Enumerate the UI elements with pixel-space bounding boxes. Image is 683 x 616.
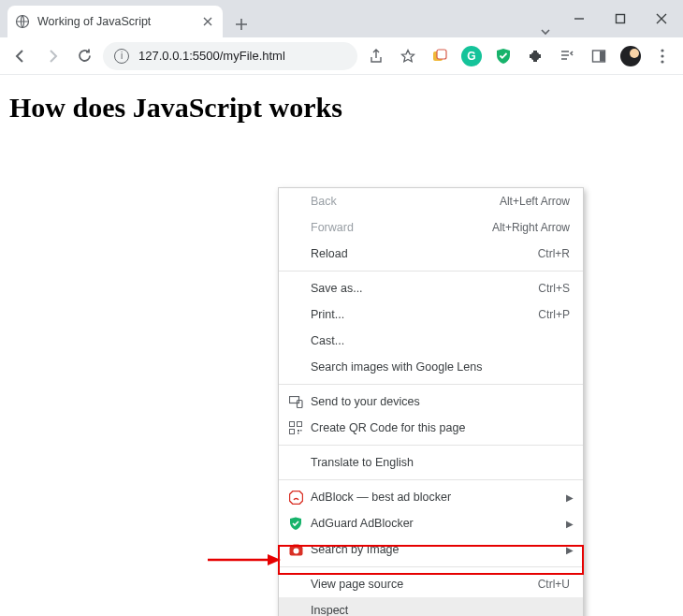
forward-button[interactable] (39, 43, 65, 69)
context-menu-item[interactable]: AdBlock — best ad blocker▶ (279, 484, 583, 510)
qr-icon (288, 420, 303, 435)
browser-toolbar: i 127.0.0.1:5500/myFile.html G (0, 37, 683, 75)
adguard-icon (288, 516, 303, 531)
context-menu-item[interactable]: Send to your devices (279, 389, 583, 415)
minimize-button[interactable] (561, 6, 597, 32)
globe-icon (15, 14, 30, 29)
active-tab[interactable]: Working of JavaScript (7, 6, 223, 37)
share-icon[interactable] (363, 43, 389, 69)
context-menu-shortcut: Ctrl+R (538, 247, 570, 260)
context-menu-label: View page source (311, 578, 538, 591)
context-menu-label: Reload (311, 247, 538, 260)
context-menu-item[interactable]: Cast... (279, 328, 583, 354)
context-menu-item[interactable]: View page sourceCtrl+U (279, 571, 583, 597)
reload-button[interactable] (71, 43, 97, 69)
context-menu-label: Save as... (311, 282, 538, 295)
svg-point-6 (661, 49, 663, 51)
context-menu-label: AdGuard AdBlocker (311, 517, 570, 530)
annotation-arrow (208, 552, 283, 567)
context-menu-item[interactable]: Save as...Ctrl+S (279, 275, 583, 301)
tab-close-icon[interactable] (200, 14, 215, 29)
side-panel-icon[interactable] (586, 43, 612, 69)
context-menu-label: Print... (311, 308, 538, 321)
url-text: 127.0.0.1:5500/myFile.html (138, 49, 346, 63)
page-content: How does JavaScript works (0, 75, 683, 140)
context-menu-shortcut: Ctrl+U (538, 578, 570, 591)
extension-translate-icon[interactable] (427, 43, 453, 69)
context-menu-item[interactable]: ReloadCtrl+R (279, 241, 583, 267)
context-menu-shortcut: Ctrl+P (538, 308, 570, 321)
extension-adguard-icon[interactable] (490, 43, 516, 69)
svg-point-7 (661, 54, 663, 57)
context-menu-shortcut: Alt+Left Arrow (500, 195, 570, 208)
context-menu-label: Inspect (311, 604, 570, 616)
page-heading: How does JavaScript works (9, 92, 674, 124)
reading-list-icon[interactable] (554, 43, 580, 69)
svg-rect-14 (298, 430, 299, 432)
svg-rect-5 (600, 51, 604, 61)
context-menu-item[interactable]: AdGuard AdBlocker▶ (279, 510, 583, 536)
chevron-right-icon: ▶ (566, 492, 574, 503)
window-controls (561, 0, 683, 37)
svg-marker-22 (268, 554, 281, 565)
context-menu-label: Forward (311, 221, 492, 234)
context-menu-separator (279, 479, 583, 480)
kebab-menu-icon[interactable] (649, 43, 676, 69)
svg-marker-17 (289, 491, 302, 504)
tab-title: Working of JavaScript (37, 15, 193, 28)
svg-rect-10 (297, 400, 302, 407)
chevron-right-icon: ▶ (566, 519, 574, 529)
context-menu-shortcut: Ctrl+S (538, 282, 570, 295)
profile-avatar[interactable] (618, 43, 644, 69)
context-menu-item[interactable]: Print...Ctrl+P (279, 301, 583, 328)
annotation-highlight-box (278, 545, 584, 575)
svg-rect-1 (617, 15, 625, 23)
maximize-button[interactable] (603, 6, 638, 32)
context-menu-item[interactable]: ForwardAlt+Right Arrow (279, 214, 583, 241)
address-bar[interactable]: i 127.0.0.1:5500/myFile.html (103, 42, 357, 70)
context-menu-item[interactable]: Inspect (279, 597, 583, 616)
svg-rect-12 (298, 422, 302, 427)
context-menu-label: Back (311, 195, 500, 208)
tab-search-icon[interactable] (530, 26, 561, 37)
context-menu-label: Translate to English (311, 456, 570, 469)
context-menu-separator (279, 445, 583, 446)
titlebar: Working of JavaScript (0, 0, 683, 37)
context-menu-item[interactable]: Translate to English (279, 449, 583, 476)
context-menu-separator (279, 384, 583, 385)
svg-rect-15 (300, 430, 302, 432)
context-menu-label: AdBlock — best ad blocker (311, 491, 570, 504)
devices-icon (288, 394, 303, 409)
svg-point-8 (661, 60, 663, 63)
svg-rect-3 (437, 50, 446, 59)
extension-grammarly-icon[interactable]: G (458, 43, 485, 69)
svg-rect-13 (290, 430, 295, 434)
extensions-icon[interactable] (522, 43, 548, 69)
context-menu-label: Send to your devices (311, 395, 570, 408)
context-menu-separator (279, 271, 583, 271)
adblock-icon (288, 490, 303, 505)
context-menu-label: Create QR Code for this page (311, 421, 570, 434)
back-button[interactable] (7, 43, 34, 69)
close-window-button[interactable] (644, 6, 679, 32)
svg-rect-16 (298, 433, 299, 434)
context-menu-item[interactable]: Search images with Google Lens (279, 354, 583, 380)
bookmark-icon[interactable] (395, 43, 421, 69)
context-menu-shortcut: Alt+Right Arrow (492, 221, 570, 234)
new-tab-button[interactable] (228, 11, 254, 37)
svg-rect-11 (290, 422, 295, 427)
context-menu-label: Cast... (311, 334, 570, 347)
context-menu-label: Search images with Google Lens (311, 360, 570, 374)
context-menu-item[interactable]: Create QR Code for this page (279, 415, 583, 441)
site-info-icon[interactable]: i (114, 49, 129, 64)
context-menu-item[interactable]: BackAlt+Left Arrow (279, 188, 583, 214)
